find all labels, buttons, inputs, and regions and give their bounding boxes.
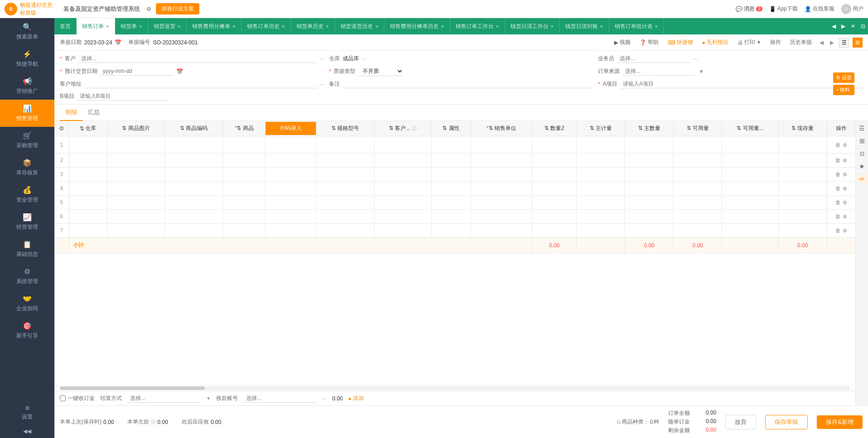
tab-close-icon10[interactable]: ✕ xyxy=(550,24,554,29)
row-delete-btn6[interactable]: 🗑 xyxy=(835,213,841,220)
row-delete-btn[interactable]: 🗑 xyxy=(835,142,841,148)
col-spec[interactable]: ⇅ 规格型号 xyxy=(316,121,374,136)
discard-btn[interactable]: 放弃 xyxy=(725,415,756,429)
shortcut-btn[interactable]: ⌨ 快捷键 xyxy=(665,37,696,48)
warehouse-ellipsis[interactable]: ··· xyxy=(362,56,366,62)
tab-detail[interactable]: 明细 xyxy=(60,105,82,121)
col-available-qty2[interactable]: ⇅ 可用量... xyxy=(722,121,778,136)
sidebar-item-inventory[interactable]: 📦 库存核算 xyxy=(0,154,54,181)
nav-next-btn[interactable]: ▶ xyxy=(829,38,835,47)
help-btn[interactable]: ❓ 帮助 xyxy=(637,37,661,48)
sidebar-item-collab[interactable]: 🤝 企业协同 xyxy=(0,290,54,317)
tab-stats[interactable]: 销售订单统计表 ✕ xyxy=(609,18,664,34)
payment-dropdown-icon[interactable]: ▼ xyxy=(206,396,211,401)
right-tool-grid[interactable]: ⊞ xyxy=(857,135,868,146)
sidebar-item-guide[interactable]: 🎯 新手引导 xyxy=(0,317,54,344)
operation-btn[interactable]: 操作 xyxy=(767,37,784,48)
col-attribute[interactable]: ⇅ 属性 xyxy=(432,121,470,136)
sidebar-item-marketing[interactable]: 📢 营销推广 xyxy=(0,72,54,100)
col-settings[interactable]: ⚙ xyxy=(54,121,69,136)
calendar-icon[interactable]: 📅 xyxy=(115,39,121,46)
b-project-input[interactable] xyxy=(77,92,168,101)
staff-ellipsis[interactable]: ··· xyxy=(693,56,698,62)
grid-view-btn[interactable]: ⊞ xyxy=(853,38,863,48)
tab-close-icon12[interactable]: ✕ xyxy=(655,24,658,29)
tab-close-icon11[interactable]: ✕ xyxy=(600,24,603,29)
col-main-unit[interactable]: ⇅ 主计量 xyxy=(577,121,625,136)
tab-close-all-btn[interactable]: ✕ xyxy=(848,18,858,34)
user-avatar[interactable]: U 用户 xyxy=(841,4,863,14)
tab-close-icon5[interactable]: ✕ xyxy=(281,24,285,29)
tab-sales-receipt[interactable]: 销货单 ✕ xyxy=(115,18,148,34)
tab-prev-btn[interactable]: ◀ xyxy=(829,18,839,34)
tab-daily-clear[interactable]: 钱货日清工作台 ✕ xyxy=(505,18,560,34)
sidebar-item-sales[interactable]: 📊 销售管理 xyxy=(0,100,54,127)
sidebar-item-purchase[interactable]: 🛒 采购管理 xyxy=(0,127,54,154)
sidebar-item-operations[interactable]: 📈 经营管理 xyxy=(0,208,54,236)
address-ellipsis[interactable]: ··· xyxy=(320,81,325,87)
nav-prev-btn[interactable]: ◀ xyxy=(818,38,825,47)
sidebar-item-system[interactable]: ⚙ 系统管理 xyxy=(0,263,54,290)
settings-icon[interactable]: ⚙ xyxy=(146,6,151,12)
history-btn[interactable]: 历史单据 xyxy=(787,37,815,48)
tab-close-icon9[interactable]: ✕ xyxy=(495,24,499,29)
product-icon[interactable]: ⊙ xyxy=(616,419,621,425)
date-icon[interactable]: 📅 xyxy=(176,68,183,75)
col-scan[interactable]: 扫码录入 xyxy=(266,121,316,136)
col-product-image[interactable]: ⇅ 商品图片 xyxy=(107,121,165,136)
messages-btn[interactable]: 💬 消息 9 xyxy=(736,5,762,13)
online-service-btn[interactable]: 👤 在线客服 xyxy=(805,5,834,13)
tab-menu-btn[interactable]: ⊟ xyxy=(858,18,868,34)
remarks-input[interactable] xyxy=(343,80,594,88)
row-copy-btn2[interactable]: ⊕ xyxy=(843,157,847,164)
tab-receipt-history[interactable]: 销货单历史 ✕ xyxy=(291,18,335,34)
tab-next-btn[interactable]: ▶ xyxy=(839,18,848,34)
add-materials-btn[interactable]: + 物料 xyxy=(833,85,854,95)
right-tool-list[interactable]: ☰ xyxy=(857,123,868,134)
row-copy-btn7[interactable]: ⊕ xyxy=(843,227,847,234)
account-input[interactable] xyxy=(243,394,317,403)
tab-close-icon3[interactable]: ✕ xyxy=(177,24,181,29)
row-delete-btn3[interactable]: 🗑 xyxy=(835,171,841,178)
row-copy-btn[interactable]: ⊕ xyxy=(843,142,847,148)
col-sales-unit[interactable]: *⇅ 销售单位 xyxy=(470,121,532,136)
tab-close-icon8[interactable]: ✕ xyxy=(441,24,444,29)
add-payment-btn[interactable]: ● 添加 xyxy=(348,395,364,402)
settings-panel-btn[interactable]: ⚙ 设置 xyxy=(833,72,854,83)
right-tool-star[interactable]: ★ xyxy=(857,161,868,172)
tab-expense-split[interactable]: 销售费用分摊单 ✕ xyxy=(187,18,242,34)
col-product[interactable]: *⇅ 商品 xyxy=(223,121,265,136)
col-qty2[interactable]: ⇅ 数量2 xyxy=(532,121,577,136)
tab-sales-order[interactable]: 销售订单 ✕ xyxy=(77,18,115,34)
tab-order-history[interactable]: 销售订单历史 ✕ xyxy=(242,18,291,34)
col-product-code[interactable]: ⇅ 商品编码 xyxy=(165,121,223,136)
col-customer-code[interactable]: ⇅ 客户... ⓘ xyxy=(374,121,432,136)
row-delete-btn7[interactable]: 🗑 xyxy=(835,227,841,234)
col-warehouse[interactable]: ⇅ 仓库 xyxy=(69,121,107,136)
app-download-btn[interactable]: 📱 App下载 xyxy=(769,5,798,13)
tab-close-icon7[interactable]: ✕ xyxy=(375,24,378,29)
a-project-input[interactable] xyxy=(620,80,863,88)
sidebar-item-quick-nav[interactable]: ⚡ 快捷导航 xyxy=(0,45,54,72)
print-dropdown-icon[interactable]: ▼ xyxy=(756,40,761,45)
staff-input[interactable] xyxy=(617,54,690,63)
col-main-qty[interactable]: ⇅ 主数量 xyxy=(625,121,674,136)
account-ellipsis[interactable]: ··· xyxy=(322,395,327,402)
address-input[interactable] xyxy=(84,80,317,88)
right-tool-edit[interactable]: ✏ xyxy=(857,173,868,184)
row-delete-btn5[interactable]: 🗑 xyxy=(835,199,841,206)
save-draft-btn[interactable]: 保存草稿 xyxy=(765,415,808,429)
row-delete-btn4[interactable]: 🗑 xyxy=(835,185,841,192)
view-btn[interactable]: ▶ 视频 xyxy=(611,37,633,48)
row-delete-btn2[interactable]: 🗑 xyxy=(835,157,841,164)
delivery-date-input[interactable] xyxy=(100,67,174,76)
tab-sales-return[interactable]: 销货退货 ✕ xyxy=(148,18,187,34)
tab-reconcile[interactable]: 钱货日清对账 ✕ xyxy=(560,18,609,34)
row-copy-btn4[interactable]: ⊕ xyxy=(843,185,847,192)
right-tool-clock[interactable]: ⊙ xyxy=(857,148,868,159)
tab-home[interactable]: 首页 xyxy=(54,18,77,34)
sidebar-bottom-settings[interactable]: ⚙ 设置 xyxy=(0,401,54,424)
invoice-type-select[interactable]: 不开票 xyxy=(358,67,403,76)
order-source-input[interactable] xyxy=(622,67,696,76)
current-debt-icon[interactable]: ⓘ xyxy=(151,419,155,425)
